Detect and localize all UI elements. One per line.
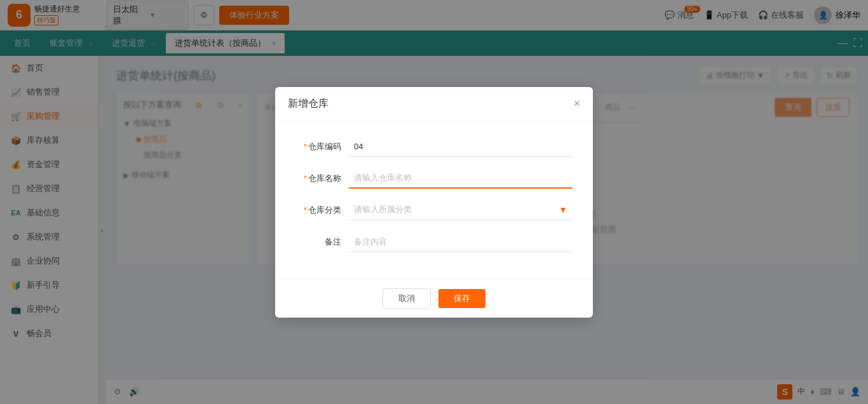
category-select[interactable]: 请输入所属分类 ▼	[349, 200, 573, 220]
form-row-note: 备注	[295, 232, 573, 252]
name-input[interactable]	[349, 168, 573, 189]
cancel-button[interactable]: 取消	[383, 288, 431, 309]
code-input[interactable]	[349, 137, 573, 157]
name-label: 仓库名称	[295, 173, 341, 184]
form-row-category: 仓库分类 请输入所属分类 ▼	[295, 200, 573, 220]
save-button[interactable]: 保存	[438, 289, 485, 308]
modal-body: 仓库编码 仓库名称 仓库分类 请输入所属分类 ▼ 备注	[275, 121, 593, 279]
category-label: 仓库分类	[295, 205, 341, 216]
form-row-name: 仓库名称	[295, 168, 573, 189]
modal-title: 新增仓库	[288, 97, 329, 111]
category-dropdown-arrow: ▼	[559, 205, 567, 215]
modal-close-button[interactable]: ×	[573, 98, 580, 109]
code-label: 仓库编码	[295, 141, 341, 152]
modal-overlay: 新增仓库 × 仓库编码 仓库名称 仓库分类 请输入所属分类 ▼	[0, 0, 868, 404]
category-placeholder: 请输入所属分类	[354, 204, 559, 215]
note-label: 备注	[295, 236, 341, 248]
new-warehouse-modal: 新增仓库 × 仓库编码 仓库名称 仓库分类 请输入所属分类 ▼	[275, 87, 593, 318]
note-input[interactable]	[349, 232, 573, 252]
form-row-code: 仓库编码	[295, 137, 573, 157]
modal-header: 新增仓库 ×	[275, 87, 593, 121]
modal-footer: 取消 保存	[275, 279, 593, 318]
